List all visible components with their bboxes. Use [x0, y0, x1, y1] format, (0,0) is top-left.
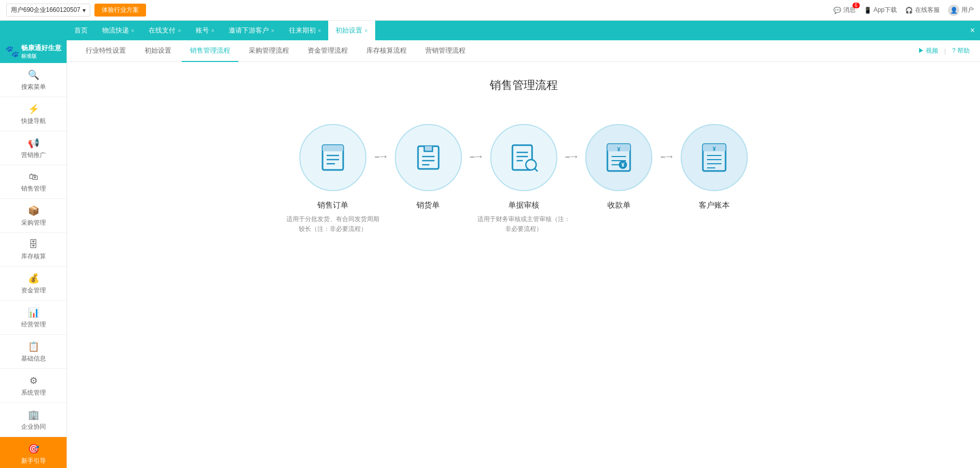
flow-circle-audit: [490, 124, 557, 191]
subtab-purchase-flow[interactable]: 采购管理流程: [240, 40, 297, 62]
help-icon: ?: [952, 47, 957, 54]
nav-tab-period-close[interactable]: ×: [318, 27, 321, 34]
page-title: 销售管理流程: [88, 77, 959, 93]
flow-step-sales-order: 销售订单 适用于分批发货、有合同发货周期较长（注：非必要流程）: [286, 124, 379, 234]
sidebar-item-system[interactable]: ⚙ 系统管理: [0, 369, 67, 403]
top-bar-right: 💬 消息 6 📱 App下载 🎧 在线客服 👤 用户: [833, 5, 974, 16]
enterprise-icon: 🏢: [28, 409, 39, 420]
nav-tab-account-close[interactable]: ×: [211, 27, 214, 34]
nav-tab-payment-close[interactable]: ×: [178, 27, 181, 34]
flow-step-receipt-name: 收款单: [607, 200, 631, 210]
subtab-finance-flow-label: 资金管理流程: [308, 46, 348, 55]
flow-step-audit-name: 单据审核: [508, 200, 539, 210]
flow-step-audit-desc: 适用于财务审核或主管审核（注：非必要流程）: [477, 214, 570, 234]
nav-tab-init[interactable]: 初始设置 ×: [328, 21, 375, 40]
sidebar-item-purchase-label: 采购管理: [21, 219, 46, 227]
sidebar-item-inventory-label: 库存核算: [21, 252, 46, 261]
sidebar-item-search-label: 搜索菜单: [21, 83, 46, 91]
subtab-sales-flow-label: 销售管理流程: [190, 46, 230, 55]
flow-circle-sales-order: [299, 124, 366, 191]
nav-tab-logistics-label: 物流快递: [102, 26, 129, 35]
receipt-icon: ¥ ¥: [602, 141, 635, 174]
audit-icon: [507, 141, 540, 174]
nav-tab-invite-close[interactable]: ×: [271, 27, 274, 34]
subtab-init[interactable]: 初始设置: [136, 40, 180, 62]
svg-line-14: [535, 168, 537, 171]
sidebar-item-basic-label: 基础信息: [21, 354, 46, 363]
nav-tab-account[interactable]: 账号 ×: [188, 21, 221, 40]
flow-step-account: ¥ 客户账本: [668, 124, 761, 214]
quick-icon: ⚡: [28, 103, 39, 115]
sidebar-item-operations-label: 经营管理: [21, 320, 46, 329]
nav-tab-init-close[interactable]: ×: [364, 27, 367, 34]
sidebar-item-inventory[interactable]: 🗄 库存核算: [0, 233, 67, 267]
page-content: 销售管理流程: [67, 62, 980, 468]
nav-tab-account-label: 账号: [196, 26, 209, 35]
help-link[interactable]: ? 帮助: [952, 46, 970, 55]
svg-text:¥: ¥: [617, 146, 621, 152]
nav-close-all-btn[interactable]: ×: [965, 21, 980, 40]
sidebar-item-operations[interactable]: 📊 经营管理: [0, 301, 67, 335]
subtab-sales-flow[interactable]: 销售管理流程: [182, 40, 238, 62]
app-download-item[interactable]: 📱 App下载: [864, 6, 897, 14]
basic-icon: 📋: [28, 341, 39, 352]
delivery-icon: [412, 141, 445, 174]
trial-btn[interactable]: 体验行业方案: [94, 4, 146, 17]
user-label: 用户: [961, 6, 974, 14]
nav-tab-invite-label: 邀请下游客户: [229, 26, 269, 35]
sidebar-logo-title: 畅康通好生意: [21, 43, 61, 53]
user-avatar-icon: 👤: [948, 5, 959, 16]
sidebar-item-sales[interactable]: 🛍 销售管理: [0, 165, 67, 199]
sidebar-item-purchase[interactable]: 📦 采购管理: [0, 199, 67, 233]
video-link[interactable]: ▶ 视频: [918, 46, 938, 55]
newbie-icon: 🎯: [28, 443, 39, 455]
user-selector[interactable]: 用户690企业1660120507 ▾: [6, 4, 90, 17]
nav-tab-home[interactable]: 首页: [67, 21, 95, 40]
sidebar-item-newbie-label: 新手引导: [21, 457, 46, 465]
sidebar-item-search[interactable]: 🔍 搜索菜单: [0, 63, 67, 97]
content-area: 行业特性设置 初始设置 销售管理流程 采购管理流程 资金管理流程 库存核算流程: [67, 40, 980, 468]
subtab-finance-flow[interactable]: 资金管理流程: [299, 40, 356, 62]
nav-tab-init-label: 初始设置: [335, 26, 362, 35]
message-badge: 6: [853, 3, 860, 8]
sidebar-item-basic[interactable]: 📋 基础信息: [0, 335, 67, 369]
nav-tab-period-label: 往来期初: [289, 26, 316, 35]
nav-tab-payment[interactable]: 在线支付 ×: [141, 21, 188, 40]
subtab-inventory-flow[interactable]: 库存核算流程: [358, 40, 415, 62]
online-service-item[interactable]: 🎧 在线客服: [905, 6, 940, 14]
message-icon: 💬: [833, 7, 841, 14]
subtab-marketing-flow-label: 营销管理流程: [425, 46, 465, 55]
sidebar-item-marketing[interactable]: 📢 营销推广: [0, 131, 67, 165]
sidebar-item-finance[interactable]: 💰 资金管理: [0, 267, 67, 301]
sidebar-item-enterprise[interactable]: 🏢 企业协同: [0, 403, 67, 437]
inventory-icon: 🗄: [29, 239, 38, 250]
user-item[interactable]: 👤 用户: [948, 5, 974, 16]
flow-step-audit: 单据审核 适用于财务审核或主管审核（注：非必要流程）: [477, 124, 570, 234]
app-download-label: App下载: [874, 6, 897, 14]
sidebar-item-newbie[interactable]: 🎯 新手引导: [0, 437, 67, 468]
subtab-purchase-flow-label: 采购管理流程: [249, 46, 289, 55]
message-item[interactable]: 💬 消息 6: [833, 6, 856, 14]
nav-tab-invite[interactable]: 邀请下游客户 ×: [221, 21, 281, 40]
top-bar: 用户690企业1660120507 ▾ 体验行业方案 💬 消息 6 📱 App下…: [0, 0, 980, 21]
nav-tab-logistics-close[interactable]: ×: [131, 27, 134, 34]
top-bar-left: 用户690企业1660120507 ▾ 体验行业方案: [6, 4, 146, 17]
svg-text:¥: ¥: [713, 146, 716, 152]
nav-tab-logistics[interactable]: 物流快递 ×: [95, 21, 141, 40]
sidebar-item-finance-label: 资金管理: [21, 286, 46, 295]
search-icon: 🔍: [28, 69, 39, 81]
sidebar-item-enterprise-label: 企业协同: [21, 423, 46, 431]
sidebar-item-system-label: 系统管理: [21, 388, 46, 397]
purchase-icon: 📦: [28, 205, 39, 216]
sidebar-item-quick[interactable]: ⚡ 快捷导航: [0, 97, 67, 131]
flow-diagram: 销售订单 适用于分批发货、有合同发货周期较长（注：非必要流程） --→: [88, 124, 959, 234]
play-icon: ▶: [918, 47, 926, 54]
app-icon: 📱: [864, 7, 872, 14]
sales-order-icon: [316, 141, 349, 174]
nav-tab-period[interactable]: 往来期初 ×: [282, 21, 328, 40]
subtab-marketing-flow[interactable]: 营销管理流程: [417, 40, 474, 62]
flow-circle-account: ¥: [681, 124, 748, 191]
subtab-industry[interactable]: 行业特性设置: [77, 40, 134, 62]
user-select-text: 用户690企业1660120507: [11, 6, 81, 14]
flow-step-delivery-name: 销货单: [416, 200, 440, 210]
